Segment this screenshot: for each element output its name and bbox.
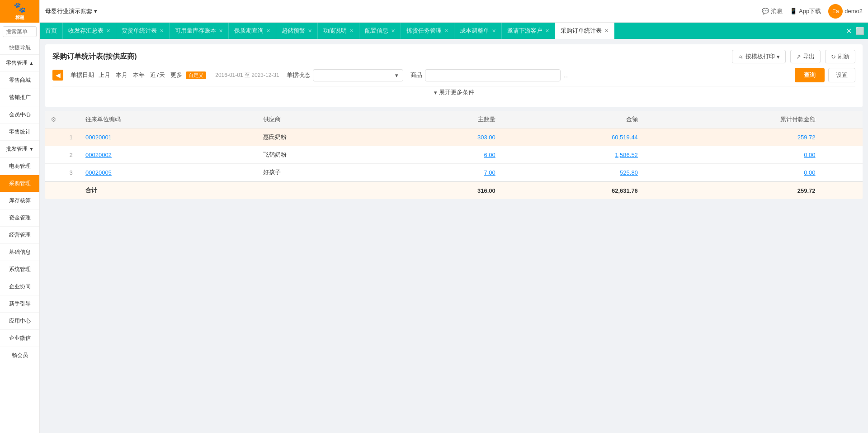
sidebar-item-base-info[interactable]: 基础信息 xyxy=(0,244,39,261)
cell-paid-amount: 259.72 xyxy=(643,128,821,146)
tab-function-desc[interactable]: 功能说明 ✕ xyxy=(318,23,359,39)
sidebar-item-app-center[interactable]: 应用中心 xyxy=(0,313,39,330)
tab-close-icon[interactable]: ✕ xyxy=(160,28,164,34)
supplier-code-link[interactable]: 00020002 xyxy=(85,152,112,158)
sidebar-item-purchase[interactable]: 采购管理 xyxy=(0,175,39,192)
tab-close-icon[interactable]: ✕ xyxy=(219,28,223,34)
date-custom-tag[interactable]: 自定义 xyxy=(186,71,206,79)
user-profile[interactable]: Ea demo2 xyxy=(828,4,863,19)
supplier-code-link[interactable]: 00020001 xyxy=(85,134,112,141)
sidebar-item-member[interactable]: 会员中心 xyxy=(0,106,39,124)
avatar: Ea xyxy=(828,4,843,19)
tab-collect-dispatch[interactable]: 收发存汇总表 ✕ xyxy=(63,23,116,39)
date-shortcut-last-month[interactable]: 上月 xyxy=(97,70,112,80)
tab-oversupply-warning[interactable]: 超储预警 ✕ xyxy=(276,23,318,39)
date-shortcut-this-year[interactable]: 本年 xyxy=(131,70,146,80)
tab-pickup-task[interactable]: 拣货任务管理 ✕ xyxy=(401,23,454,39)
sidebar-item-wholesale[interactable]: 批发管理 ▼ xyxy=(0,141,39,158)
message-label: 消息 xyxy=(771,7,783,15)
export-button[interactable]: ↗ 导出 xyxy=(790,50,821,63)
tab-close-icon[interactable]: ✕ xyxy=(106,28,110,34)
sidebar-item-retail-mall[interactable]: 零售商城 xyxy=(0,72,39,89)
refresh-button[interactable]: ↻ 刷新 xyxy=(825,50,855,63)
user-name: demo2 xyxy=(844,8,863,14)
sidebar-item-label: 批发管理 xyxy=(6,145,28,153)
tab-close-icon[interactable]: ✕ xyxy=(444,28,448,34)
amount-link[interactable]: 1,586.52 xyxy=(615,152,638,158)
app-download-action[interactable]: 📱 App下载 xyxy=(790,7,821,15)
tab-expiry-query[interactable]: 保质期查询 ✕ xyxy=(229,23,276,39)
sidebar-item-inventory[interactable]: 库存核算 xyxy=(0,192,39,209)
expand-arrow-icon: ▲ xyxy=(29,61,34,66)
tab-close-icon[interactable]: ✕ xyxy=(545,28,549,34)
message-action[interactable]: 💬 消息 xyxy=(762,7,783,15)
sidebar-item-system[interactable]: 系统管理 xyxy=(0,261,39,278)
chevron-down-icon: ▾ xyxy=(395,72,398,79)
tab-available-stock[interactable]: 可用量库存账本 ✕ xyxy=(170,23,229,39)
action-buttons: 查询 设置 xyxy=(795,68,855,82)
filter-toggle-button[interactable]: ◀ xyxy=(52,70,63,81)
amount-link[interactable]: 525.80 xyxy=(620,169,638,176)
qty-link[interactable]: 303.00 xyxy=(477,134,495,141)
date-filter-label: 单据日期 xyxy=(71,71,94,79)
col-supplier-code: 往来单位编码 xyxy=(80,111,258,128)
supplier-code-link[interactable]: 00020005 xyxy=(85,169,112,176)
sidebar-item-member2[interactable]: 畅会员 xyxy=(0,347,39,364)
paid-amount-link[interactable]: 0.00 xyxy=(804,152,815,158)
sidebar-item-ops[interactable]: 经营管理 xyxy=(0,227,39,244)
expand-more-button[interactable]: ▾ 展开更多条件 xyxy=(52,86,855,98)
sidebar-item-marketing[interactable]: 营销推广 xyxy=(0,89,39,106)
tab-cost-adjust[interactable]: 成本调整单 ✕ xyxy=(454,23,502,39)
sidebar-item-ecommerce[interactable]: 电商管理 xyxy=(0,158,39,175)
date-shortcut-7days[interactable]: 近7天 xyxy=(148,70,167,80)
sidebar-item-retail[interactable]: 零售管理 ▲ xyxy=(0,55,39,72)
column-settings-icon[interactable]: ⚙ xyxy=(51,116,57,123)
tab-config-info[interactable]: 配置信息 ✕ xyxy=(359,23,401,39)
tab-home[interactable]: 首页 xyxy=(40,23,63,39)
sidebar-item-finance[interactable]: 资金管理 xyxy=(0,209,39,227)
tab-purchase-order-stats[interactable]: 采购订单统计表 ✕ xyxy=(555,23,614,39)
tab-order-stats[interactable]: 要货单统计表 ✕ xyxy=(116,23,170,39)
qty-link[interactable]: 7.00 xyxy=(484,169,495,176)
template-print-button[interactable]: 🖨 按模板打印 ▾ xyxy=(732,50,786,63)
query-button[interactable]: 查询 xyxy=(795,68,825,82)
cell-seq: 3 xyxy=(62,164,80,182)
sidebar-item-retail-stats[interactable]: 零售统计 xyxy=(0,124,39,141)
tab-close-icon[interactable]: ✕ xyxy=(308,28,312,34)
sidebar-quick-nav[interactable]: 快捷导航 xyxy=(0,41,39,55)
goods-filter-group: 商品 … xyxy=(410,69,569,81)
tab-invite-downstream[interactable]: 邀请下游客户 ✕ xyxy=(502,23,555,39)
tab-close-icon[interactable]: ✕ xyxy=(266,28,270,34)
cell-supplier-code: 00020001 xyxy=(80,128,258,146)
tab-close-icon[interactable]: ✕ xyxy=(604,28,609,34)
status-select[interactable]: ▾ xyxy=(313,69,403,81)
tab-close-icon[interactable]: ✕ xyxy=(349,28,354,34)
paid-amount-link[interactable]: 0.00 xyxy=(804,169,815,176)
logo: 🐾 标题 xyxy=(0,0,39,23)
workspace-selector[interactable]: 母婴行业演示账套 ▾ xyxy=(45,7,97,15)
tabbar-end: ✕ ⬜ xyxy=(842,23,868,39)
amount-link[interactable]: 60,519.44 xyxy=(612,134,638,141)
message-icon: 💬 xyxy=(762,8,769,14)
settings-button[interactable]: 设置 xyxy=(828,68,855,82)
sidebar-item-label: 经营管理 xyxy=(9,231,31,239)
sidebar-item-label: 营销推广 xyxy=(9,94,31,101)
cell-paid-amount: 0.00 xyxy=(643,164,821,182)
search-input[interactable] xyxy=(3,26,37,37)
date-shortcut-more[interactable]: 更多 xyxy=(169,70,184,80)
sidebar-item-new-guide[interactable]: 新手引导 xyxy=(0,295,39,313)
close-window-icon[interactable]: ✕ xyxy=(846,27,852,35)
paid-amount-link[interactable]: 259.72 xyxy=(797,134,816,141)
goods-input[interactable] xyxy=(425,69,561,81)
page-title: 采购订单统计表(按供应商) xyxy=(52,52,137,62)
table-header-row: ⚙ 往来单位编码 供应商 主数量 金额 累计付款金额 xyxy=(45,111,863,128)
date-shortcut-this-month[interactable]: 本月 xyxy=(114,70,129,80)
tab-close-icon[interactable]: ✕ xyxy=(492,28,496,34)
qty-link[interactable]: 6.00 xyxy=(484,152,495,158)
footer-qty: 316.00 xyxy=(390,181,500,199)
sidebar-item-enterprise-wechat[interactable]: 企业微信 xyxy=(0,330,39,347)
topbar: 母婴行业演示账套 ▾ 💬 消息 📱 App下载 Ea demo2 xyxy=(40,0,868,23)
tab-close-icon[interactable]: ✕ xyxy=(391,28,395,34)
maximize-window-icon[interactable]: ⬜ xyxy=(855,27,864,35)
sidebar-item-enterprise-collab[interactable]: 企业协同 xyxy=(0,278,39,295)
